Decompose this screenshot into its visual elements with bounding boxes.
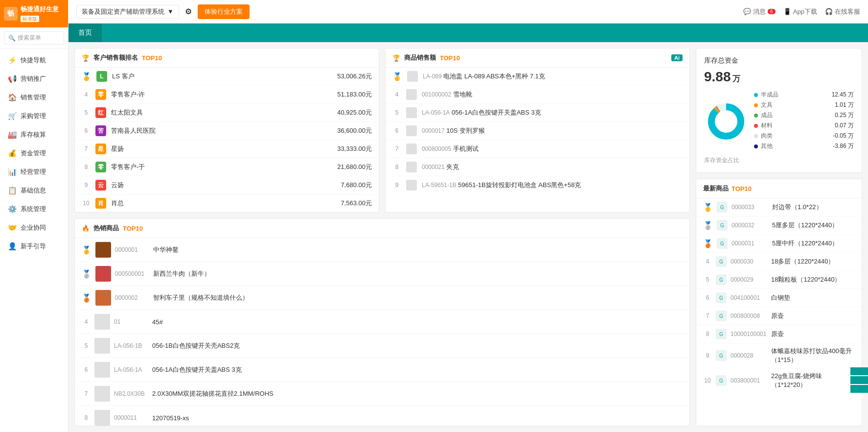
product-img (406, 180, 417, 191)
sidebar-item-sales[interactable]: 🏠 销售管理 (0, 88, 68, 107)
list-item: 🥈 000500001 新西兰牛肉（新牛） (75, 262, 689, 286)
legend-row: 其他 -3.86 万 (754, 142, 854, 150)
product-sales-card: 🏆 商品销售额 TOP10 Ai 🥇 LA-089 电池盖 LA-089 ABS… (385, 48, 690, 213)
main-content: 装备及固定资产辅助管理系统 ▼ ⚙ 体验行业方案 💬 消息 6 📱 App下载 … (69, 0, 868, 432)
sidebar-item-inventory[interactable]: 🏭 库存核算 (0, 125, 68, 144)
headset-icon: 🎧 (825, 8, 833, 15)
rank-number: 9 (703, 352, 712, 359)
list-item: 5 G 0000029 18颗粒板（1220*2440） (696, 271, 862, 289)
list-item: 4 01 45# (75, 310, 689, 334)
product-img (406, 125, 417, 136)
inventory-summary-card: 库存总资金 9.88 万 (696, 48, 862, 173)
product-img-placeholder: G (716, 256, 727, 267)
customer-tag: 苦 (95, 125, 106, 136)
list-item: 4 G 0000030 18多层（1220*2440） (696, 253, 862, 271)
gear-settings-icon[interactable]: ⚙ (185, 7, 192, 16)
logo-text: 畅捷通好生意 标准版 (21, 5, 59, 23)
legend-dot (754, 114, 758, 118)
product-thumbnail (94, 338, 110, 354)
float-btn-live[interactable]: 直播 (850, 385, 868, 393)
legend-row: 肉类 -0.05 万 (754, 132, 854, 140)
customer-tag: L (96, 71, 107, 82)
search-menu-button[interactable]: 🔍 搜索菜单 (4, 31, 64, 45)
sidebar-item-marketing[interactable]: 📢 营销推广 (0, 70, 68, 88)
sidebar-item-purchase[interactable]: 🛒 采购管理 (0, 107, 68, 125)
table-row: 🥇 L LS 客户 53,006.26元 (75, 68, 379, 86)
system-icon: ⚙️ (8, 205, 17, 214)
rank-number: 7 (82, 390, 91, 397)
rank-num: 8 (82, 164, 91, 170)
sidebar-item-operations[interactable]: 📊 经营管理 (0, 163, 68, 181)
tab-home[interactable]: 首页 (69, 24, 102, 42)
system-selector[interactable]: 装备及固定资产辅助管理系统 ▼ (76, 5, 179, 19)
trophy-icon2: 🏆 (392, 54, 400, 62)
list-item: 8 0000011 12070519-xs (75, 406, 689, 426)
product-thumbnail (94, 386, 110, 402)
legend-dot (754, 93, 758, 97)
product-img (406, 89, 417, 100)
table-row: 🥇 LA-089 电池盖 LA-089 ABS本色+黑种 7.1克 (386, 68, 689, 86)
list-item: 10 G 003800001 22g鱼豆腐-烧烤味（1*12*20） (696, 368, 862, 393)
table-row: 9 云 云扬 7,680.00元 (75, 176, 379, 194)
rank-number: 5 (82, 342, 91, 349)
legend-row: 半成品 12.45 万 (754, 91, 854, 99)
float-buttons: 客服热线 服务社区 直播 (850, 367, 868, 393)
sidebar-item-finance[interactable]: 💰 资金管理 (0, 144, 68, 163)
legend-row: 成品 0.25 万 (754, 111, 854, 120)
rank-number: 8 (703, 331, 712, 337)
float-btn-community[interactable]: 服务社区 (850, 376, 868, 384)
product-img-placeholder: G (716, 350, 727, 361)
customer-ranking-header: 🏆 客户销售额排名 TOP10 (75, 48, 379, 68)
product-thumbnail (94, 362, 110, 378)
product-img-placeholder: G (717, 220, 728, 231)
sidebar-item-basics[interactable]: 📋 基础信息 (0, 181, 68, 200)
sidebar-item-system[interactable]: ⚙️ 系统管理 (0, 200, 68, 218)
collab-icon: 🤝 (8, 223, 17, 232)
app-download-button[interactable]: 📱 App下载 (783, 7, 817, 16)
float-btn-service[interactable]: 客服热线 (850, 367, 868, 375)
product-thumbnail (95, 266, 111, 282)
table-row: 6 0000017 10S 变刑罗猴 (386, 122, 689, 140)
rank-num: 9 (392, 182, 401, 189)
guide-icon: 👤 (8, 242, 17, 251)
sidebar-item-quicknav[interactable]: ⚡ 快捷导航 (0, 51, 68, 70)
svg-point-5 (715, 111, 737, 132)
product-img-placeholder: G (717, 238, 728, 249)
product-thumbnail (94, 314, 110, 330)
trial-button[interactable]: 体验行业方案 (198, 4, 250, 19)
message-icon: 💬 (743, 8, 751, 15)
list-item: 6 G 004100001 白钢垫 (696, 289, 862, 307)
donut-chart (704, 99, 748, 144)
list-item: 9 G 0000028 体蛾嘉枝味苏打饮品400毫升（1*15） (696, 343, 862, 368)
list-item: 🥉 G 0000031 5厘中纤（1220*2440） (696, 235, 862, 253)
online-service-button[interactable]: 🎧 在线客服 (825, 7, 860, 16)
product-thumbnail (95, 290, 111, 306)
inventory-legend: 半成品 12.45 万 文具 1.01 万 成品 0.25 万 (754, 91, 854, 152)
rank-num: 9 (82, 182, 91, 189)
sidebar-item-collab[interactable]: 🤝 企业协同 (0, 218, 68, 237)
latest-products-list: 🥇 G 0000033 封边带（1.0*22） 🥈 G 0000032 5厘多层… (696, 198, 862, 393)
trophy-icon: 🏆 (82, 54, 90, 62)
rank-number: 6 (703, 294, 712, 301)
table-row: 7 000800005 手机测试 (386, 140, 689, 158)
table-row: 4 零 零售客户-许 51,183.00元 (75, 86, 379, 104)
messages-button[interactable]: 💬 消息 6 (743, 7, 776, 16)
customer-tag: 零 (95, 89, 106, 100)
sidebar-item-guide[interactable]: 👤 新手引导 (0, 237, 68, 256)
product-thumbnail (95, 242, 111, 258)
table-row: 4 001000002 雪地靴 (386, 86, 689, 104)
header-right: 💬 消息 6 📱 App下载 🎧 在线客服 (743, 7, 860, 16)
phone-icon: 📱 (783, 8, 791, 15)
customer-tag: 云 (95, 180, 106, 191)
medal-icon: 🥇 (82, 245, 91, 255)
product-img-placeholder: G (716, 329, 727, 339)
latest-products-card: 最新商品 TOP10 🥇 G 0000033 封边带（1.0*22） 🥈 G 0… (696, 179, 862, 426)
logo-icon: 畅 (4, 7, 18, 21)
rank-number: 4 (703, 258, 712, 265)
rank-num: 5 (82, 109, 91, 116)
sales-icon: 🏠 (8, 93, 17, 102)
customer-ranking-list: 🥇 L LS 客户 53,006.26元 4 零 零售客户-许 51,183.0… (75, 68, 379, 212)
table-row: 8 0000021 夹克 (386, 158, 689, 176)
rank-num: 6 (392, 127, 401, 134)
rank-number: 10 (703, 377, 712, 384)
